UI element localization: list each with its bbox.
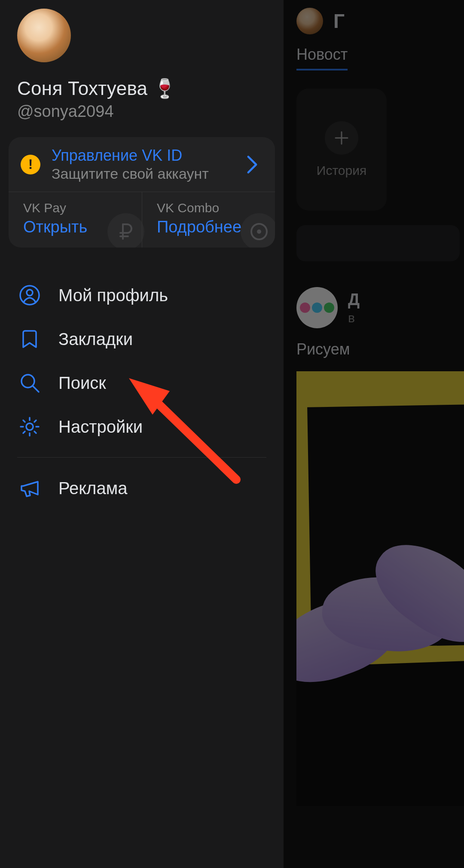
- sidebar-drawer: Соня Тохтуева 🍷 @sonya2094 ! Управление …: [0, 0, 284, 868]
- menu-label: Закладки: [58, 330, 133, 349]
- menu-item-settings[interactable]: Настройки: [0, 405, 284, 449]
- vk-id-subtitle: Защитите свой аккаунт: [52, 165, 235, 182]
- feed-dim-overlay: [284, 0, 464, 868]
- avatar[interactable]: [17, 9, 71, 62]
- vk-id-title: Управление VK ID: [52, 147, 235, 165]
- ruble-icon: [107, 213, 144, 248]
- feed-background: Г Новост История Д в: [284, 0, 464, 868]
- svg-point-1: [257, 229, 261, 234]
- svg-point-6: [26, 423, 33, 430]
- vk-combo-tile[interactable]: VK Combo Подробнее: [142, 192, 275, 248]
- menu-item-profile[interactable]: Мой профиль: [0, 273, 284, 317]
- user-name: Соня Тохтуева 🍷: [17, 77, 284, 100]
- menu-item-search[interactable]: Поиск: [0, 361, 284, 405]
- menu-label: Реклама: [58, 479, 127, 498]
- warning-icon: !: [21, 155, 40, 174]
- menu-label: Мой профиль: [58, 286, 168, 305]
- svg-point-3: [27, 290, 33, 296]
- menu: Мой профиль Закладки Поиск: [0, 273, 284, 510]
- menu-item-ads[interactable]: Реклама: [0, 466, 284, 510]
- vk-pay-tile[interactable]: VK Pay Открыть: [9, 192, 142, 248]
- chevron-right-icon: [246, 155, 263, 174]
- vk-id-row[interactable]: ! Управление VK ID Защитите свой аккаунт: [9, 137, 275, 192]
- svg-point-4: [21, 375, 34, 388]
- vk-card-split: VK Pay Открыть VK Combo Подробнее: [9, 192, 275, 248]
- menu-label: Поиск: [58, 373, 106, 393]
- svg-line-5: [33, 386, 39, 392]
- vk-pay-label: VK Pay: [23, 201, 130, 215]
- vk-id-card: ! Управление VK ID Защитите свой аккаунт…: [9, 137, 275, 248]
- search-icon: [19, 372, 40, 394]
- menu-label: Настройки: [58, 417, 143, 437]
- megaphone-icon: [19, 477, 40, 499]
- user-handle: @sonya2094: [17, 102, 284, 121]
- menu-divider: [17, 457, 266, 458]
- vk-id-texts: Управление VK ID Защитите свой аккаунт: [52, 147, 235, 182]
- profile-icon: [19, 284, 40, 306]
- user-name-text: Соня Тохтуева 🍷: [17, 78, 177, 99]
- bookmark-icon: [19, 328, 40, 350]
- vk-combo-label: VK Combo: [157, 201, 263, 215]
- combo-icon: [241, 213, 275, 248]
- menu-item-bookmarks[interactable]: Закладки: [0, 317, 284, 361]
- gear-icon: [19, 416, 40, 437]
